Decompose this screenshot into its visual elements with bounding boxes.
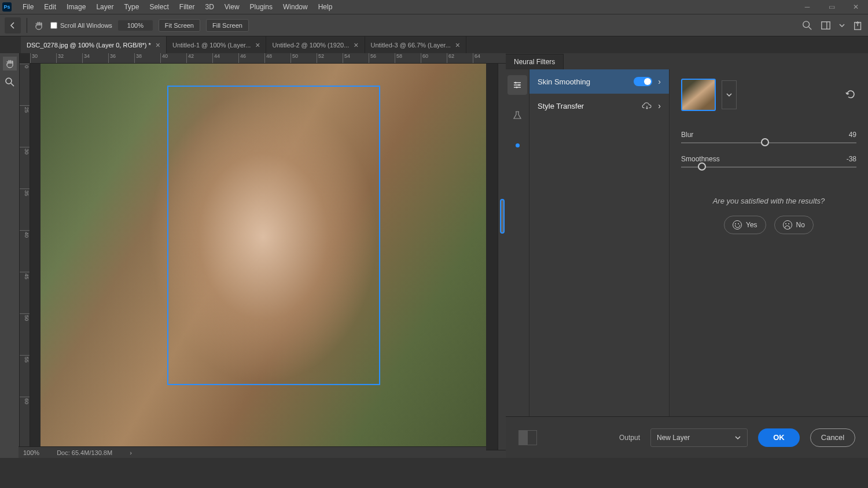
preview-toggle[interactable]: [518, 430, 537, 445]
cancel-button[interactable]: Cancel: [810, 428, 855, 447]
smile-icon: [733, 220, 742, 230]
filter-label: Style Transfer: [538, 102, 636, 110]
tab-title: DSC_0278.jpg @ 100% (Layer 0, RGB/8*) *: [27, 42, 151, 49]
close-tab-icon[interactable]: ×: [455, 40, 460, 50]
face-selector: [681, 79, 856, 111]
slider-label: Smoothness: [681, 155, 720, 163]
sad-icon: [783, 220, 792, 230]
app-logo: Ps: [2, 2, 12, 12]
toggle-switch[interactable]: [634, 77, 652, 86]
feedback-yes-button[interactable]: Yes: [724, 216, 766, 234]
smoothness-slider[interactable]: Smoothness -38: [681, 155, 856, 168]
svg-point-5: [518, 84, 520, 86]
ok-button[interactable]: OK: [758, 428, 800, 447]
vertical-scrollbar[interactable]: [498, 64, 506, 450]
feedback-question: Are you satisfied with the results?: [681, 197, 856, 205]
panel-tab-bar: Neural Filters: [506, 53, 868, 69]
menu-plugins[interactable]: Plugins: [245, 0, 278, 14]
blur-slider[interactable]: Blur 49: [681, 131, 856, 143]
output-dropdown[interactable]: New Layer: [650, 428, 748, 447]
menu-image[interactable]: Image: [61, 0, 91, 14]
chevron-right-icon: ›: [658, 77, 661, 86]
canvas-area: 303234363840424446485052545658606264 025…: [20, 53, 506, 458]
minimize-button[interactable]: ─: [795, 0, 819, 14]
slider-handle[interactable]: [761, 138, 769, 146]
menu-select[interactable]: Select: [144, 0, 174, 14]
feedback-no-button[interactable]: No: [774, 216, 814, 234]
face-thumbnail[interactable]: [681, 79, 716, 111]
dot-icon: [516, 143, 520, 147]
close-button[interactable]: ✕: [844, 0, 868, 14]
slider-value: -38: [847, 155, 856, 163]
feedback-buttons: Yes No: [681, 216, 856, 234]
flask-icon: [513, 110, 522, 120]
maximize-button[interactable]: ▭: [819, 0, 844, 14]
panel-footer: Output New Layer OK Cancel: [506, 416, 868, 458]
slider-value: 49: [849, 131, 856, 139]
beta-category[interactable]: [507, 105, 527, 125]
panel-title: Neural Filters: [506, 54, 564, 69]
menu-bar: Ps File Edit Image Layer Type Select Fil…: [0, 0, 868, 14]
menu-layer[interactable]: Layer: [91, 0, 119, 14]
menu-file[interactable]: File: [17, 0, 39, 14]
reset-button[interactable]: [845, 88, 856, 102]
filter-style-transfer[interactable]: Style Transfer ›: [529, 94, 669, 118]
chevron-down-icon: [734, 434, 741, 441]
document-tab[interactable]: Untitled-3 @ 66.7% (Layer... ×: [365, 36, 467, 53]
chevron-right-icon: ›: [658, 101, 661, 110]
svg-point-0: [803, 21, 810, 27]
close-tab-icon[interactable]: ×: [255, 40, 260, 50]
fit-screen-button[interactable]: Fit Screen: [159, 19, 200, 32]
menu-window[interactable]: Window: [278, 0, 313, 14]
zoom-field[interactable]: 100%: [118, 20, 153, 31]
output-value: New Layer: [657, 434, 690, 442]
menu-3d[interactable]: 3D: [200, 0, 219, 14]
face-dropdown[interactable]: [722, 80, 737, 109]
status-arrow[interactable]: ›: [130, 449, 132, 456]
document-tab[interactable]: DSC_0278.jpg @ 100% (Layer 0, RGB/8*) * …: [21, 36, 167, 53]
slider-track[interactable]: [681, 167, 856, 168]
document-tab-bar: DSC_0278.jpg @ 100% (Layer 0, RGB/8*) * …: [0, 36, 868, 53]
menu-help[interactable]: Help: [313, 0, 338, 14]
workspace-icon[interactable]: [821, 20, 831, 31]
menu-filter[interactable]: Filter: [174, 0, 200, 14]
ruler-vertical: 02530354045505560: [20, 64, 30, 458]
status-doc-size[interactable]: Doc: 65.4M/130.8M: [57, 449, 112, 456]
tab-title: Untitled-2 @ 100% (1920...: [272, 42, 349, 49]
panel-category-icons: [506, 69, 529, 416]
scroll-all-checkbox[interactable]: Scroll All Windows: [50, 22, 112, 29]
document-tab[interactable]: Untitled-2 @ 100% (1920... ×: [266, 36, 365, 53]
window-controls: ─ ▭ ✕: [795, 0, 868, 14]
share-icon[interactable]: [853, 20, 863, 31]
search-icon[interactable]: [802, 20, 812, 31]
tab-title: Untitled-1 @ 100% (Layer...: [172, 42, 251, 49]
filter-list: Skin Smoothing › Style Transfer ›: [529, 69, 669, 416]
download-icon[interactable]: [642, 102, 652, 110]
svg-rect-1: [822, 21, 830, 29]
status-bar: 100% Doc: 65.4M/130.8M ›: [19, 446, 486, 458]
slider-track[interactable]: [681, 142, 856, 143]
face-detection-box: [167, 86, 380, 385]
tab-title: Untitled-3 @ 66.7% (Layer...: [371, 42, 451, 49]
slider-handle[interactable]: [698, 162, 706, 171]
hand-tool-icon: [33, 20, 45, 31]
status-zoom[interactable]: 100%: [23, 449, 39, 456]
filter-detail-pane: Blur 49 Smoothness -38 A: [669, 69, 868, 416]
menu-type[interactable]: Type: [119, 0, 144, 14]
document-canvas[interactable]: [41, 64, 486, 448]
document-tab[interactable]: Untitled-1 @ 100% (Layer... ×: [167, 36, 266, 53]
menu-view[interactable]: View: [219, 0, 245, 14]
hand-tool[interactable]: [3, 57, 17, 71]
close-tab-icon[interactable]: ×: [156, 40, 160, 50]
tool-strip: [0, 53, 20, 458]
filter-skin-smoothing[interactable]: Skin Smoothing ›: [529, 69, 669, 94]
menu-edit[interactable]: Edit: [39, 0, 61, 14]
back-button[interactable]: [5, 17, 21, 34]
fill-screen-button[interactable]: Fill Screen: [206, 19, 249, 32]
zoom-tool[interactable]: [3, 75, 17, 89]
waitlist-category[interactable]: [507, 135, 527, 155]
neural-filters-panel: Neural Filters Skin Smoothing ›: [506, 53, 868, 458]
close-tab-icon[interactable]: ×: [354, 40, 358, 50]
filters-category[interactable]: [507, 75, 527, 95]
chevron-down-icon[interactable]: [839, 23, 845, 28]
